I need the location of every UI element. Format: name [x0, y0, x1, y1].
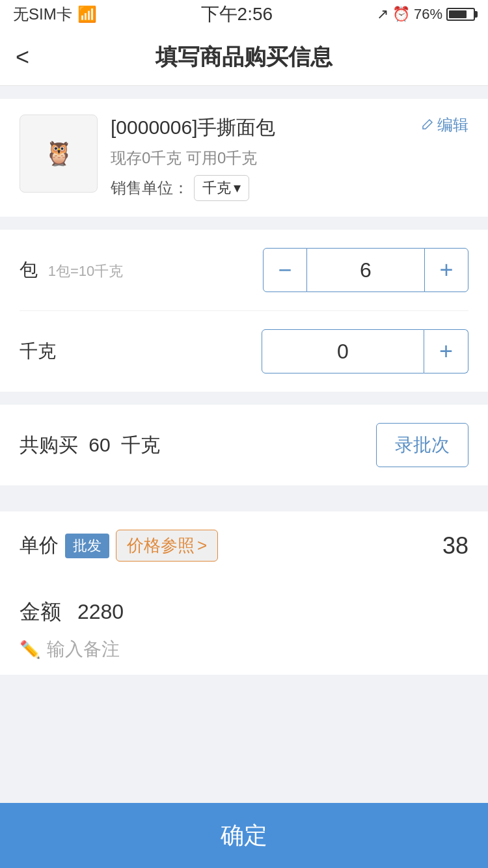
page-bottom: [0, 675, 488, 753]
record-batch-button[interactable]: 录批次: [376, 423, 468, 467]
product-card: 🦉 [0000006]手撕面包 编辑 现存0千克 可用0千克 销售单位： 千克 …: [0, 99, 488, 217]
price-label: 单价: [20, 532, 59, 559]
price-ref-button[interactable]: 价格参照 >: [116, 530, 218, 562]
separator-2: [0, 392, 488, 405]
wifi-icon: 📶: [77, 5, 97, 23]
total-section: 共购买 60 千克 录批次: [0, 405, 488, 485]
location-icon: ↗: [377, 6, 388, 23]
total-amount: 60: [88, 434, 110, 455]
status-right: ↗ ⏰ 76%: [377, 6, 475, 23]
unit-selector[interactable]: 千克 ▾: [194, 175, 249, 201]
package-label-group: 包 1包=10千克: [20, 258, 123, 282]
nav-bar: < 填写商品购买信息: [0, 29, 488, 86]
package-row: 包 1包=10千克 − +: [20, 230, 468, 311]
product-name: [0000006]手撕面包: [111, 115, 275, 141]
chevron-right-icon: >: [197, 536, 207, 556]
amount-row: 金额 2280: [20, 598, 468, 627]
amount-section: 金额 2280 ✏️ 输入备注: [0, 580, 488, 675]
status-left: 无SIM卡 📶: [13, 4, 97, 25]
total-text: 共购买 60 千克: [20, 432, 160, 459]
carrier-label: 无SIM卡: [13, 4, 72, 25]
status-time: 下午2:56: [201, 2, 273, 27]
package-quantity-input[interactable]: [307, 248, 424, 292]
kilogram-quantity-input[interactable]: [262, 329, 424, 373]
product-logo: 🦉: [44, 140, 74, 167]
price-section: 单价 批发 价格参照 > 38: [0, 511, 488, 580]
amount-value: 2280: [77, 600, 124, 623]
note-placeholder[interactable]: 输入备注: [47, 637, 120, 662]
product-header: [0000006]手撕面包 编辑: [111, 115, 468, 141]
package-label: 包: [20, 260, 38, 280]
product-image: 🦉: [20, 115, 98, 193]
package-plus-button[interactable]: +: [424, 248, 468, 292]
price-tag: 批发: [65, 534, 109, 558]
alarm-icon: ⏰: [392, 6, 410, 23]
battery-percent: 76%: [414, 6, 442, 23]
battery-icon: [446, 8, 475, 21]
page-title: 填写商品购买信息: [156, 42, 332, 72]
package-quantity-control: − +: [263, 248, 468, 292]
note-row[interactable]: ✏️ 输入备注: [20, 637, 468, 662]
price-value: 38: [442, 532, 468, 560]
pencil-icon: ✏️: [20, 640, 40, 660]
kilogram-plus-button[interactable]: +: [424, 329, 468, 373]
kilogram-quantity-control: +: [262, 329, 468, 373]
separator-3: [0, 485, 488, 498]
back-button[interactable]: <: [16, 44, 29, 71]
kilogram-row: 千克 +: [20, 311, 468, 392]
input-section: 包 1包=10千克 − + 千克 +: [0, 230, 488, 392]
product-info: [0000006]手撕面包 编辑 现存0千克 可用0千克 销售单位： 千克 ▾: [111, 115, 468, 201]
kilogram-label: 千克: [20, 341, 56, 361]
package-minus-button[interactable]: −: [263, 248, 307, 292]
package-hint: 1包=10千克: [48, 263, 124, 279]
status-bar: 无SIM卡 📶 下午2:56 ↗ ⏰ 76%: [0, 0, 488, 29]
edit-button[interactable]: 编辑: [420, 115, 468, 135]
product-unit-row: 销售单位： 千克 ▾: [111, 175, 468, 201]
separator-1: [0, 217, 488, 230]
chevron-down-icon: ▾: [234, 180, 241, 197]
price-label-group: 单价 批发 价格参照 >: [20, 530, 218, 562]
confirm-button[interactable]: 确定: [0, 803, 488, 868]
kilogram-label-group: 千克: [20, 339, 56, 364]
product-stock: 现存0千克 可用0千克: [111, 148, 468, 169]
